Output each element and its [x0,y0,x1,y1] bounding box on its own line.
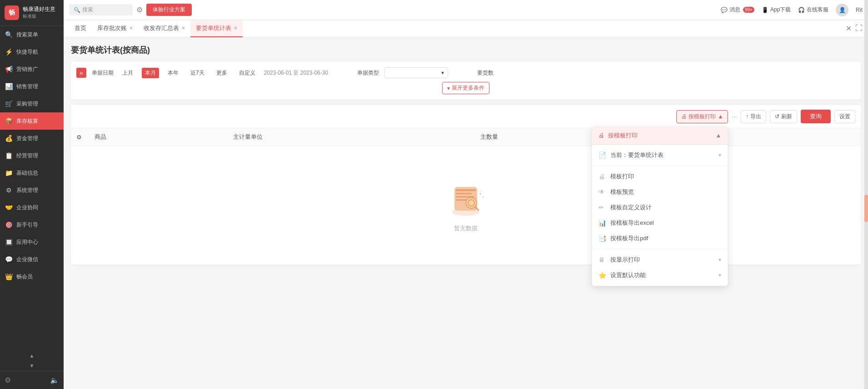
online-service-item[interactable]: 🎧 在线客服 [798,6,828,14]
service-icon: 🎧 [798,7,805,13]
sidebar-item-newbie[interactable]: 🎯 新手引导 [0,216,64,233]
app-center-icon: 🔲 [5,238,13,246]
dropdown-item-template-print[interactable]: 🖨 模板打印 [592,169,728,184]
sidebar-item-quick-nav[interactable]: ⚡ 快捷导航 [0,43,64,61]
scrollbar[interactable] [864,0,868,389]
app-download-label: App下载 [770,6,791,14]
dropdown-current-label: 当前：要货单统计表 [610,151,663,159]
date-btn-more[interactable]: 更多 [213,68,230,78]
dropdown-current-item[interactable]: 📄 当前：要货单统计表 ▾ [592,147,728,163]
date-btn-current-month[interactable]: 本月 [142,68,159,78]
filter-type-select[interactable]: ▾ [384,67,448,78]
app-brand-name: 畅康通好生意 [23,6,55,13]
sidebar-scroll-up[interactable]: ▲ [0,351,64,361]
expand-icon: ▾ [447,85,450,91]
enterprise-icon: 🤝 [5,203,13,212]
sidebar-item-sales[interactable]: 📊 销售管理 [0,78,64,95]
dropdown-item-template-preview[interactable]: 👁 模板预览 [592,184,728,200]
window-close-icon[interactable]: ✕ [846,24,852,33]
sidebar-item-system[interactable]: ⚙ 系统管理 [0,182,64,199]
tab-close-icon[interactable]: × [130,25,133,31]
topbar-search[interactable]: 🔍 搜索 [69,4,133,15]
sidebar-item-app-center[interactable]: 🔲 应用中心 [0,233,64,251]
trial-industry-button[interactable]: 体验行业方案 [146,4,192,16]
dropdown-sub-section: 🖥 按显示打印 ▾ ⭐ 设置默认功能 ▾ [592,249,728,286]
refresh-button[interactable]: ↺ 刷新 [770,110,797,123]
topbar-right: 💬 消息 99+ 📱 App下载 🎧 在线客服 👤 Rit [721,4,863,16]
tab-inventory-batch[interactable]: 库存批次账 × [92,20,138,37]
settings-footer-icon[interactable]: ⚙ [5,376,11,384]
sidebar-item-enterprise-wechat[interactable]: 💬 企业微信 [0,251,64,268]
window-expand-icon[interactable]: ⛶ [855,24,863,33]
avatar-icon: 👤 [839,7,846,13]
expand-more-btn[interactable]: ▾ 展开更多条件 [442,82,489,94]
current-item-chevron: ▾ [718,152,721,158]
tab-close-icon[interactable]: × [234,25,237,31]
date-btn-last-7-days[interactable]: 近7天 [187,68,208,78]
chevron-up-icon: ▲ [718,113,723,120]
printer-icon: 🖨 [681,113,687,120]
date-btn-prev-month[interactable]: 上月 [119,68,136,78]
topbar-gear-icon[interactable]: ⚙ [136,5,143,14]
sidebar-item-finance[interactable]: 💰 资金管理 [0,130,64,147]
sidebar-item-member[interactable]: 👑 畅会员 [0,268,64,285]
message-icon: 💬 [721,7,728,13]
filter-type-label: 单据类型 [357,69,379,77]
date-range: 2023-06-01 至 2023-06-30 [264,69,328,77]
audio-footer-icon[interactable]: 🔈 [50,376,59,384]
date-btn-current-year[interactable]: 本年 [165,68,182,78]
tab-close-icon[interactable]: × [182,25,185,31]
quick-nav-icon: ⚡ [5,48,13,56]
inventory-icon: 📦 [5,117,13,125]
sidebar-item-label: 新手引导 [16,221,38,229]
dropdown-item-export-pdf[interactable]: 📑 按模板导出pdf [592,231,728,246]
export-icon: ↑ [746,113,748,120]
date-label: 单据日期 [92,69,114,77]
more-options-icon[interactable]: ··· [732,113,737,120]
app-download-item[interactable]: 📱 App下载 [762,6,791,14]
tab-order-stats[interactable]: 要货单统计表 × [190,20,243,37]
date-btn-custom[interactable]: 自定义 [236,68,259,78]
newbie-icon: 🎯 [5,221,13,229]
message-item[interactable]: 💬 消息 99+ [721,6,754,14]
template-print-button[interactable]: 🖨 按模板打印 ▲ [676,110,728,123]
sidebar-item-label: 经营管理 [16,152,38,160]
sidebar-item-label: 系统管理 [16,187,38,194]
col-settings[interactable]: ⚙ [71,128,89,146]
empty-text: 暂无数据 [454,224,478,232]
table-body: 暂无数据 [71,146,861,265]
purchase-icon: 🛒 [5,100,13,108]
sidebar-item-search[interactable]: 🔍 搜索菜单 [0,26,64,43]
sidebar-item-operations[interactable]: 📋 经营管理 [0,147,64,164]
tab-home[interactable]: 首页 [69,20,92,37]
dropdown-item-set-default[interactable]: ⭐ 设置默认功能 ▾ [592,268,728,283]
message-badge: 99+ [743,7,754,13]
sidebar-scroll-down[interactable]: ▼ [0,361,64,371]
app-logo-icon: 畅 [5,5,19,20]
page-title: 要货单统计表(按商品) [71,45,861,56]
scrollbar-thumb[interactable] [864,195,868,222]
avatar[interactable]: 👤 [836,4,848,16]
dropdown-header-right: ▲ [715,132,721,139]
query-button[interactable]: 查询 [801,110,831,123]
refresh-icon: ↺ [775,113,779,120]
tab-receipt-summary[interactable]: 收发存汇总表 × [138,20,190,37]
col-product: 商品 [89,128,228,146]
search-placeholder: 搜索 [82,6,93,14]
sidebar-item-basic-info[interactable]: 📁 基础信息 [0,164,64,182]
sidebar-item-enterprise[interactable]: 🤝 企业协同 [0,199,64,216]
filter-expand-row: ▾ 展开更多条件 [76,82,855,94]
sidebar-item-inventory[interactable]: 📦 库存核算 [0,112,64,130]
svg-rect-2 [456,189,476,191]
template-print-label: 按模板打印 [688,113,716,121]
sidebar-item-marketing[interactable]: 📢 营销推广 [0,61,64,78]
dropdown-item-template-custom[interactable]: ✏ 模板自定义设计 [592,200,728,215]
app-brand-badge: 标准版 [23,13,55,20]
filter-expand-toggle[interactable]: » [76,68,86,78]
dropdown-item-export-excel[interactable]: 📊 按模板导出excel [592,215,728,231]
export-button[interactable]: ↑ 导出 [741,110,766,123]
sidebar-item-purchase[interactable]: 🛒 采购管理 [0,95,64,112]
settings-button[interactable]: 设置 [834,110,855,123]
dropdown-item-display-print[interactable]: 🖥 按显示打印 ▾ [592,252,728,268]
chevron-up-header-icon: ▲ [715,132,721,139]
